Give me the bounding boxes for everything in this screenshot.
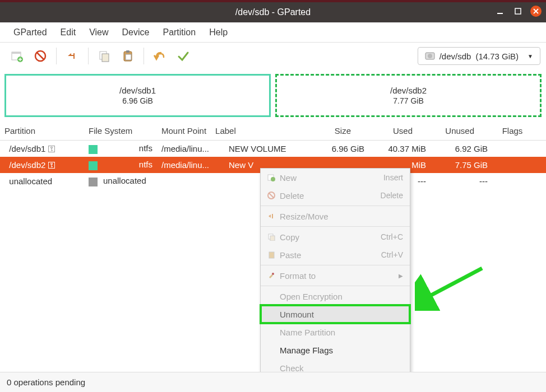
annotation-arrow-icon: [415, 266, 488, 311]
context-copy[interactable]: Copy Ctrl+C: [261, 228, 410, 246]
fs-name: ntfs: [139, 160, 152, 169]
menu-gparted[interactable]: GParted: [7, 24, 54, 41]
svg-point-27: [272, 273, 274, 275]
svg-rect-13: [102, 54, 109, 62]
svg-line-28: [425, 268, 482, 298]
mount-point: /media/linu...: [157, 144, 224, 153]
partition-table-header: Partition File System Mount Point Label …: [0, 122, 546, 141]
col-flags[interactable]: Flags: [479, 126, 546, 136]
col-filesystem[interactable]: File System: [84, 126, 157, 136]
svg-rect-16: [126, 54, 131, 60]
status-text: 0 operations pending: [7, 377, 85, 387]
partition-name: /dev/sdb1: [9, 144, 45, 153]
context-menu: New Insert Delete Delete Resize/Move Cop…: [260, 168, 410, 392]
svg-point-18: [428, 54, 432, 58]
visual-partition-sdb1[interactable]: /dev/sdb1 6.96 GiB: [4, 74, 271, 117]
mount-point: /media/linu...: [157, 160, 224, 170]
svg-rect-25: [270, 236, 275, 241]
svg-rect-0: [497, 13, 503, 14]
context-name-partition[interactable]: Name Partition: [261, 323, 410, 341]
context-resize[interactable]: Resize/Move: [261, 207, 410, 225]
unused: 7.75 GiB: [431, 160, 492, 170]
menu-device[interactable]: Device: [115, 24, 156, 41]
context-manage-flags[interactable]: Manage Flags: [261, 341, 410, 359]
fs-swatch-icon: [89, 161, 98, 170]
resize-icon: [267, 212, 280, 220]
fs-swatch-icon: [89, 145, 98, 154]
visual-part-name: /dev/sdb1: [6, 86, 269, 95]
toolbar: /dev/sdb (14.73 GiB) ▼: [0, 43, 546, 69]
paste-button[interactable]: [117, 45, 139, 67]
menu-help[interactable]: Help: [202, 24, 234, 41]
visual-part-name: /dev/sdb2: [277, 86, 540, 95]
vol-label: NEW VOLUME: [224, 144, 313, 153]
device-size: (14.73 GiB): [475, 52, 519, 61]
chevron-down-icon: ▼: [528, 53, 533, 59]
svg-rect-5: [12, 52, 21, 54]
partition-name: unallocated: [9, 176, 52, 186]
visual-partition-sdb2[interactable]: /dev/sdb2 7.77 GiB: [275, 74, 542, 117]
svg-rect-26: [269, 252, 274, 258]
paste-icon: [267, 251, 280, 259]
delete-icon: [267, 192, 280, 199]
undo-button[interactable]: [149, 45, 171, 67]
context-delete[interactable]: Delete Delete: [261, 186, 410, 204]
partition-visual-bar: /dev/sdb1 6.96 GiB /dev/sdb2 7.77 GiB: [0, 69, 546, 122]
resize-move-button[interactable]: [61, 45, 84, 67]
svg-line-22: [269, 193, 274, 198]
fs-swatch-icon: [89, 178, 98, 186]
visual-part-size: 6.96 GiB: [6, 96, 269, 105]
context-format[interactable]: Format to ▶: [261, 267, 410, 284]
status-bar: 0 operations pending: [0, 372, 546, 392]
disk-icon: [425, 51, 435, 61]
table-row[interactable]: /dev/sdb1⚿ ntfs /media/linu... NEW VOLUM…: [0, 141, 546, 157]
fs-name: unallocated: [103, 176, 146, 185]
partition-name: /dev/sdb2: [9, 160, 45, 170]
col-unused[interactable]: Unused: [417, 126, 479, 136]
menu-partition[interactable]: Partition: [156, 24, 202, 41]
col-size[interactable]: Size: [299, 126, 355, 136]
svg-point-20: [271, 177, 275, 181]
menu-bar: GParted Edit View Device Partition Help: [0, 22, 546, 43]
format-icon: [267, 272, 280, 279]
svg-rect-1: [515, 8, 521, 14]
col-used[interactable]: Used: [355, 126, 417, 136]
visual-part-size: 7.77 GiB: [277, 96, 540, 105]
copy-button[interactable]: [93, 45, 115, 67]
col-partition[interactable]: Partition: [0, 126, 84, 136]
maximize-button[interactable]: [512, 6, 524, 17]
context-new[interactable]: New Insert: [261, 169, 410, 186]
close-button[interactable]: [530, 6, 542, 17]
context-open-encryption[interactable]: Open Encryption: [261, 287, 410, 305]
menu-view[interactable]: View: [82, 24, 115, 41]
unused: ---: [431, 176, 492, 186]
fs-name: ntfs: [139, 143, 152, 153]
new-partition-button[interactable]: [6, 45, 28, 67]
window-title: /dev/sdb - GParted: [0, 7, 546, 17]
delete-partition-button[interactable]: [29, 45, 52, 67]
col-label[interactable]: Label: [211, 126, 299, 136]
svg-rect-15: [126, 50, 129, 53]
new-icon: [267, 174, 280, 181]
lock-icon: ⚿: [48, 144, 57, 153]
device-name: /dev/sdb: [439, 52, 471, 61]
device-selector[interactable]: /dev/sdb (14.73 GiB) ▼: [418, 47, 540, 65]
copy-icon: [267, 233, 280, 241]
svg-rect-23: [272, 214, 273, 218]
svg-rect-11: [73, 53, 75, 59]
submenu-arrow-icon: ▶: [399, 273, 403, 279]
apply-button[interactable]: [172, 45, 195, 67]
context-paste[interactable]: Paste Ctrl+V: [261, 246, 410, 264]
size: 6.96 GiB: [313, 144, 369, 153]
menu-edit[interactable]: Edit: [54, 24, 83, 41]
svg-line-10: [37, 53, 44, 59]
col-mountpoint[interactable]: Mount Point: [157, 126, 211, 136]
window-titlebar: /dev/sdb - GParted: [0, 2, 546, 22]
used: 40.37 MiB: [369, 144, 431, 153]
minimize-button[interactable]: [494, 6, 506, 17]
lock-icon: ⚿: [48, 160, 57, 170]
context-unmount[interactable]: Unmount: [261, 305, 410, 323]
unused: 6.92 GiB: [431, 144, 492, 153]
